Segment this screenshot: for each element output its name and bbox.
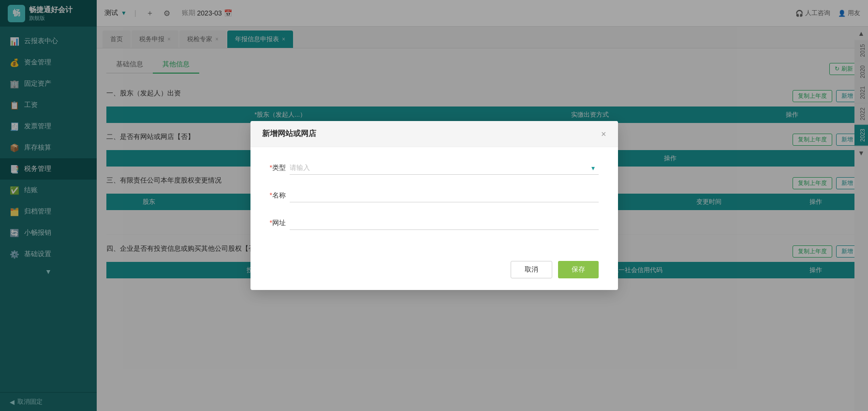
modal-close-btn[interactable]: × [601, 130, 606, 138]
type-label: *类型 [270, 164, 286, 172]
name-input[interactable] [290, 188, 599, 202]
modal-overlay: 新增网站或网店 × *类型 ▾ *名 [0, 0, 868, 411]
url-input-wrapper [290, 216, 599, 230]
cancel-button[interactable]: 取消 [511, 261, 552, 278]
url-required-mark: * [270, 219, 272, 227]
form-field-type: *类型 ▾ [270, 161, 599, 175]
modal-header: 新增网站或网店 × [250, 121, 618, 147]
save-button[interactable]: 保存 [558, 261, 599, 278]
url-label: *网址 [270, 219, 286, 228]
url-input[interactable] [290, 216, 599, 230]
modal-footer: 取消 保存 [250, 253, 618, 290]
modal-body: *类型 ▾ *名称 [250, 147, 618, 253]
add-website-modal: 新增网站或网店 × *类型 ▾ *名 [250, 121, 618, 290]
name-input-wrapper [290, 188, 599, 202]
type-input-wrapper: ▾ [290, 161, 599, 175]
modal-title: 新增网站或网店 [262, 129, 316, 139]
name-required-mark: * [270, 191, 272, 199]
type-input[interactable] [290, 161, 599, 175]
form-field-url: *网址 [270, 216, 599, 230]
name-label: *名称 [270, 191, 286, 200]
type-dropdown-icon[interactable]: ▾ [591, 164, 595, 172]
type-required-mark: * [270, 164, 272, 171]
form-field-name: *名称 [270, 188, 599, 202]
